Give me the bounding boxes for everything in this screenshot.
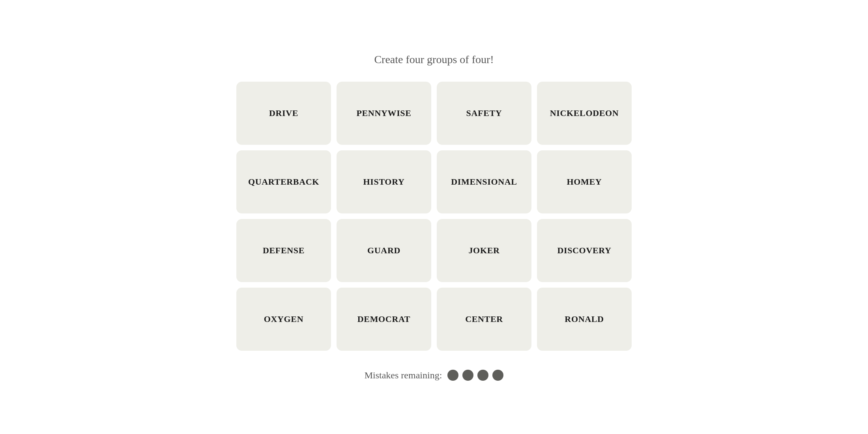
tile-label-drive: DRIVE (269, 108, 298, 118)
tile-label-oxygen: OXYGEN (264, 314, 304, 324)
tile-joker[interactable]: JOKER (437, 219, 531, 282)
mistake-dot-2 (462, 370, 473, 381)
tile-label-center: CENTER (465, 314, 503, 324)
tile-pennywise[interactable]: PENNYWISE (337, 82, 431, 145)
mistakes-dots (447, 370, 503, 381)
mistake-dot-3 (477, 370, 488, 381)
tile-label-democrat: DEMOCRAT (357, 314, 410, 324)
tile-label-quarterback: QUARTERBACK (248, 177, 319, 187)
subtitle: Create four groups of four! (374, 53, 494, 66)
tile-drive[interactable]: DRIVE (236, 82, 331, 145)
tile-label-discovery: DISCOVERY (557, 245, 611, 256)
mistake-dot-4 (492, 370, 503, 381)
tile-label-nickelodeon: NICKELODEON (550, 108, 619, 118)
tile-center[interactable]: CENTER (437, 288, 531, 351)
tile-label-guard: GUARD (367, 245, 400, 256)
tile-label-history: HISTORY (363, 177, 405, 187)
tile-homey[interactable]: HOMEY (537, 150, 632, 213)
tile-oxygen[interactable]: OXYGEN (236, 288, 331, 351)
tile-history[interactable]: HISTORY (337, 150, 431, 213)
tile-label-joker: JOKER (468, 245, 499, 256)
mistake-dot-1 (447, 370, 458, 381)
tile-safety[interactable]: SAFETY (437, 82, 531, 145)
tile-discovery[interactable]: DISCOVERY (537, 219, 632, 282)
tile-label-homey: HOMEY (567, 177, 602, 187)
tile-dimensional[interactable]: DIMENSIONAL (437, 150, 531, 213)
tile-guard[interactable]: GUARD (337, 219, 431, 282)
mistakes-row: Mistakes remaining: (365, 370, 504, 381)
tile-defense[interactable]: DEFENSE (236, 219, 331, 282)
tile-democrat[interactable]: DEMOCRAT (337, 288, 431, 351)
tile-label-pennywise: PENNYWISE (356, 108, 411, 118)
tile-grid: DRIVEPENNYWISESAFETYNICKELODEONQUARTERBA… (236, 82, 632, 351)
tile-label-dimensional: DIMENSIONAL (451, 177, 517, 187)
tile-label-ronald: RONALD (565, 314, 604, 324)
mistakes-label: Mistakes remaining: (365, 370, 442, 381)
tile-ronald[interactable]: RONALD (537, 288, 632, 351)
tile-quarterback[interactable]: QUARTERBACK (236, 150, 331, 213)
tile-label-defense: DEFENSE (263, 245, 305, 256)
tile-label-safety: SAFETY (466, 108, 502, 118)
tile-nickelodeon[interactable]: NICKELODEON (537, 82, 632, 145)
